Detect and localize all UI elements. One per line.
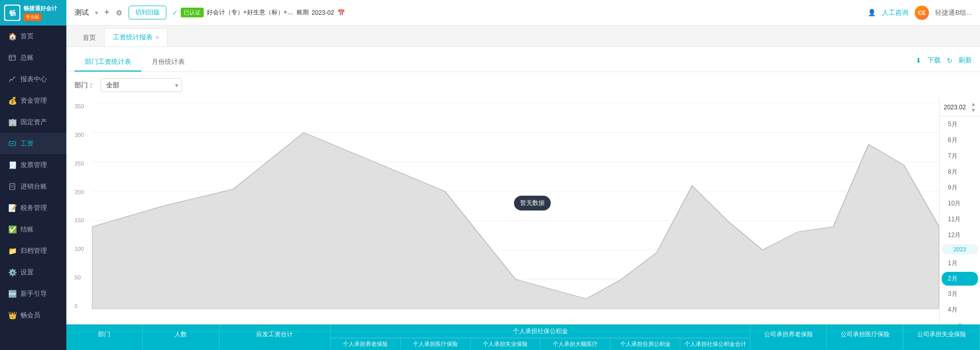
group-title: 个人承担社保公积金	[331, 325, 750, 338]
sidebar-item-label: 归档管理	[20, 246, 47, 255]
col-group-personal: 个人承担社保公积金 个人承担养老保险 个人承担医疗保险 个人承担失业保险 个人承…	[331, 325, 750, 350]
user-label[interactable]: 轻捷通B组...	[935, 8, 972, 17]
sidebar-item-fund[interactable]: 💰 资金管理	[0, 90, 66, 111]
panel-down-icon[interactable]: ▾	[958, 320, 962, 324]
dept-select[interactable]: 全部 部门A 部门B	[101, 78, 182, 92]
col-personal-medical: 个人承担医疗保险	[401, 338, 471, 350]
month-6[interactable]: 6月	[940, 132, 980, 148]
subtab-list: 部门工资统计表 月份统计表	[75, 53, 195, 72]
sidebar-item-label: 总账	[20, 53, 34, 62]
sidebar-item-label: 结账	[20, 225, 34, 234]
logo-icon: 畅	[4, 5, 20, 21]
sidebar-item-member[interactable]: 👑 畅会员	[0, 305, 66, 326]
col-personal-housing-fund: 个人承担住房公积金	[610, 338, 680, 350]
col-company-medical: 公司承担医疗保险	[827, 325, 903, 350]
chart-tooltip: 暂无数据	[514, 196, 551, 211]
sidebar-item-asset[interactable]: 🏢 固定资产	[0, 111, 66, 133]
main-content: 测试 ▾ + ⚙ 切到旧版 ✓ 已认证 好会计（专）+好生意（标）+… 账期 2…	[66, 0, 980, 350]
asset-icon: 🏢	[8, 118, 16, 126]
sidebar-item-settings[interactable]: ⚙️ 设置	[0, 262, 66, 283]
refresh-button[interactable]: 刷新	[959, 56, 972, 65]
add-button[interactable]: +	[104, 7, 110, 18]
certified-icon: ✓	[173, 9, 178, 16]
sidebar-item-report[interactable]: 报表中心	[0, 68, 66, 90]
svg-rect-7	[10, 183, 15, 190]
year-up-button[interactable]: ▲	[971, 101, 976, 107]
report-icon	[8, 75, 16, 83]
tab-home[interactable]: 首页	[75, 29, 104, 46]
tab-salary-report[interactable]: 工资统计报表 ×	[104, 28, 167, 46]
calendar-icon[interactable]: 📅	[337, 9, 345, 16]
sales-icon	[8, 182, 16, 191]
sidebar-item-label: 报表中心	[20, 75, 47, 84]
sidebar-item-label: 发票管理	[20, 160, 47, 170]
sidebar-item-salary[interactable]: 工资	[0, 133, 66, 154]
topbar-right: 👤 人工咨询 CE 轻捷通B组...	[868, 6, 972, 20]
sidebar-item-label: 资金管理	[20, 96, 47, 105]
month-10[interactable]: 10月	[940, 196, 980, 212]
month-7[interactable]: 7月	[940, 148, 980, 164]
col-personal-total: 个人承担社保公积金合计	[680, 338, 750, 350]
checkout-icon: ✅	[8, 225, 16, 234]
year-value: 2023.02	[944, 104, 966, 111]
topbar: 测试 ▾ + ⚙ 切到旧版 ✓ 已认证 好会计（专）+好生意（标）+… 账期 2…	[66, 0, 980, 26]
col-dept: 部门	[66, 325, 143, 350]
date-panel-year: 2023.02 ▲ ▼	[940, 98, 980, 116]
sidebar-item-label: 工资	[20, 139, 34, 148]
sidebar-item-label: 固定资产	[20, 118, 47, 127]
period-label: 账期	[297, 8, 309, 17]
month-2-active[interactable]: 2月	[942, 272, 978, 286]
refresh-icon: ↻	[947, 57, 952, 64]
month-11[interactable]: 11月	[940, 212, 980, 227]
tabbar: 首页 工资统计报表 ×	[66, 26, 980, 47]
download-button[interactable]: 下载	[927, 56, 941, 65]
year-nav: ▲ ▼	[971, 101, 976, 113]
subtab-bar: 部门工资统计表 月份统计表 ⬇ 下载 ↻ 刷新	[66, 47, 980, 72]
sidebar-item-ledger[interactable]: 总账	[0, 47, 66, 68]
project-title: 测试	[75, 8, 89, 17]
table-header: 部门 人数 应发工资合计 个人承担社保公积金 个人承担养老保险 个人承担医疗保险…	[66, 324, 980, 350]
settings-gear-icon[interactable]: ⚙	[116, 9, 122, 17]
month-3[interactable]: 3月	[940, 286, 980, 302]
chart-date-container: 350 300 250 200 150 100 50 0	[66, 98, 980, 324]
sidebar-item-home[interactable]: 🏠 首页	[0, 26, 66, 47]
sidebar-item-guide[interactable]: 🆕 新手引导	[0, 283, 66, 305]
tooltip-text: 暂无数据	[520, 199, 545, 206]
project-dropdown-icon[interactable]: ▾	[95, 9, 98, 16]
home-icon: 🏠	[8, 32, 16, 40]
month-5[interactable]: 5月	[940, 116, 980, 132]
year-down-button[interactable]: ▼	[971, 107, 976, 113]
consultant-icon: 👤	[868, 9, 876, 16]
sidebar-item-sales[interactable]: 进销台账	[0, 176, 66, 197]
month-8[interactable]: 8月	[940, 164, 980, 180]
sidebar-item-archive[interactable]: 📁 归档管理	[0, 240, 66, 262]
tab-active-label: 工资统计报表	[113, 33, 153, 42]
month-1[interactable]: 1月	[940, 255, 980, 271]
month-9[interactable]: 9月	[940, 180, 980, 196]
sidebar-item-tax[interactable]: 📝 税务管理	[0, 197, 66, 219]
col-total-salary: 应发工资合计	[219, 325, 331, 350]
chart-area: 350 300 250 200 150 100 50 0	[66, 98, 939, 324]
invoice-icon: 🧾	[8, 161, 16, 169]
switch-old-button[interactable]: 切到旧版	[129, 6, 166, 19]
sidebar-item-label: 进销台账	[20, 182, 47, 191]
sidebar-item-checkout[interactable]: ✅ 结账	[0, 219, 66, 240]
filter-select-wrap: 全部 部门A 部门B ▾	[101, 78, 182, 92]
month-4[interactable]: 4月	[940, 302, 980, 318]
logo-text: 畅捷通好会计 专业版	[23, 5, 57, 21]
topbar-badges: ✓ 已认证 好会计（专）+好生意（标）+… 账期 2023-02 📅	[173, 8, 345, 17]
sidebar-item-label: 畅会员	[20, 311, 40, 320]
tax-icon: 📝	[8, 204, 16, 212]
sidebar-item-invoice[interactable]: 🧾 发票管理	[0, 154, 66, 176]
subtab-dept[interactable]: 部门工资统计表	[75, 53, 141, 72]
consultant-label[interactable]: 人工咨询	[882, 8, 909, 17]
tab-home-label: 首页	[83, 33, 96, 42]
month-12[interactable]: 12月	[940, 227, 980, 243]
accounting-label: 好会计（专）+好生意（标）+…	[207, 8, 293, 17]
subtab-monthly[interactable]: 月份统计表	[141, 53, 195, 72]
tab-close-icon[interactable]: ×	[156, 34, 159, 40]
sidebar-item-label: 首页	[20, 32, 34, 41]
date-panel: 2023.02 ▲ ▼ 5月 6月 7月 8月 9月 10月 11月 12月 2…	[939, 98, 980, 324]
chart-svg-container: 暂无数据	[92, 103, 939, 309]
col-company-unemployment: 公司承担失业保险	[903, 325, 980, 350]
